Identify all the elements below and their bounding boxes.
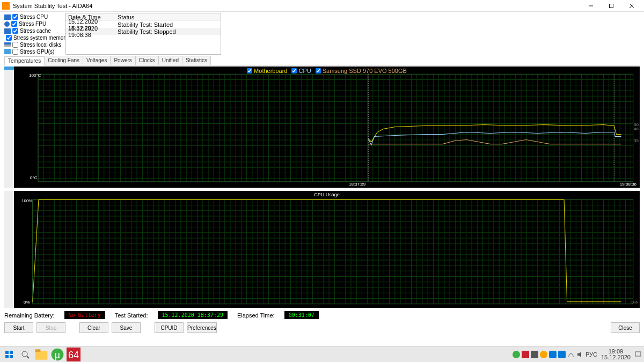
stress-item: Stress system memory bbox=[4, 34, 62, 41]
temp-xstart: 18:37:29 bbox=[349, 182, 365, 187]
stress-checkbox[interactable] bbox=[12, 42, 18, 48]
elapsed-value: 00:31:07 bbox=[284, 311, 319, 319]
stress-label: Stress system memory bbox=[13, 35, 68, 41]
temp-r46: 46 bbox=[634, 127, 639, 131]
tray-language[interactable]: РУС bbox=[586, 351, 597, 358]
cpu-graph-sidebar bbox=[4, 191, 14, 308]
svg-rect-133 bbox=[38, 74, 633, 181]
maximize-button[interactable] bbox=[601, 1, 621, 11]
stress-item: Stress FPU bbox=[4, 21, 62, 27]
tab-voltages[interactable]: Voltages bbox=[83, 56, 111, 65]
cpu-usage-graph[interactable]: CPU Usage 100% 0% 0% bbox=[14, 191, 640, 308]
stress-item: Stress local disks bbox=[4, 41, 62, 48]
legend-motherboard: Motherboard bbox=[254, 68, 287, 74]
taskbar-aida64-icon[interactable]: 64 bbox=[67, 348, 80, 361]
temp-ymin: 0°C bbox=[30, 175, 37, 180]
tab-powers[interactable]: Powers bbox=[110, 56, 135, 65]
tray-icon[interactable] bbox=[522, 351, 529, 358]
close-button[interactable] bbox=[621, 1, 642, 11]
close-app-button[interactable]: Close bbox=[611, 322, 640, 333]
stress-checkbox[interactable] bbox=[12, 28, 18, 34]
stress-label: Stress FPU bbox=[19, 21, 46, 27]
tray-network-icon[interactable] bbox=[567, 351, 575, 358]
tray-icon[interactable] bbox=[513, 351, 520, 358]
elapsed-label: Elapsed Time: bbox=[237, 312, 275, 319]
cpu-graph-title: CPU Usage bbox=[14, 192, 640, 197]
stress-checkbox[interactable] bbox=[6, 35, 12, 41]
taskbar-clock[interactable]: 19:09 15.12.2020 bbox=[599, 349, 633, 360]
svg-text:64: 64 bbox=[68, 349, 79, 360]
tab-statistics[interactable]: Statistics bbox=[182, 56, 211, 65]
temp-r35: 35 bbox=[634, 138, 639, 143]
stress-item: Stress GPU(s) bbox=[4, 48, 62, 55]
svg-rect-273 bbox=[35, 349, 41, 352]
cpu-ymax: 100% bbox=[21, 198, 32, 203]
stress-label: Stress GPU(s) bbox=[20, 49, 54, 55]
temperature-graph[interactable]: Motherboard CPU Samsung SSD 970 EVO 500G… bbox=[14, 67, 640, 188]
graph-tabs: TemperaturesCooling FansVoltagesPowersCl… bbox=[4, 56, 640, 65]
tray-bluetooth-icon[interactable] bbox=[558, 351, 566, 358]
taskbar[interactable]: µ 64 РУС 19:09 15.12.2020 bbox=[0, 346, 644, 362]
legend-cpu: CPU bbox=[298, 68, 311, 74]
temp-xend: 19:08:36 bbox=[620, 182, 636, 187]
save-button[interactable]: Save bbox=[112, 322, 141, 333]
start-menu-icon[interactable] bbox=[2, 348, 16, 361]
log-col-status: Status bbox=[115, 14, 134, 20]
tray-notifications-icon[interactable] bbox=[634, 351, 642, 358]
started-label: Test Started: bbox=[115, 312, 148, 319]
cpu-ymin: 0% bbox=[24, 300, 30, 305]
legend-ssd-checkbox[interactable] bbox=[316, 68, 321, 73]
temp-ymax: 100°C bbox=[29, 73, 41, 78]
system-tray[interactable]: РУС 19:09 15.12.2020 bbox=[513, 349, 642, 360]
cpu-ico bbox=[4, 14, 11, 20]
titlebar: System Stability Test - AIDA64 bbox=[0, 0, 644, 12]
content: Stress CPU Stress FPU Stress cache Stres… bbox=[0, 12, 644, 346]
clock-date: 15.12.2020 bbox=[601, 354, 631, 360]
log-cell-time: 15.12.2020 19:08:38 bbox=[66, 25, 115, 38]
log-cell-status: Stability Test: Stopped bbox=[115, 28, 176, 35]
window-title: System Stability Test - AIDA64 bbox=[13, 3, 581, 9]
svg-point-270 bbox=[22, 351, 27, 357]
tray-volume-icon[interactable] bbox=[576, 351, 584, 358]
taskbar-explorer-icon[interactable] bbox=[34, 348, 48, 361]
log-cell-status: Stability Test: Started bbox=[115, 21, 173, 28]
stress-options: Stress CPU Stress FPU Stress cache Stres… bbox=[4, 13, 62, 55]
legend-cpu-checkbox[interactable] bbox=[291, 68, 297, 73]
tray-icon[interactable] bbox=[531, 351, 538, 358]
svg-rect-268 bbox=[5, 355, 9, 358]
temperature-legend: Motherboard CPU Samsung SSD 970 EVO 500G… bbox=[14, 68, 640, 74]
clock-time: 19:09 bbox=[609, 349, 624, 354]
taskbar-utorrent-icon[interactable]: µ bbox=[50, 348, 64, 361]
svg-line-271 bbox=[27, 356, 29, 358]
minimize-button[interactable] bbox=[581, 1, 601, 11]
stress-checkbox[interactable] bbox=[12, 49, 18, 55]
stress-checkbox[interactable] bbox=[11, 21, 17, 27]
battery-label: Remaining Battery: bbox=[4, 312, 55, 319]
cpuid-button[interactable]: CPUID bbox=[155, 322, 184, 333]
stop-button[interactable]: Stop bbox=[36, 322, 65, 333]
start-button[interactable]: Start bbox=[4, 322, 33, 333]
preferences-button[interactable]: Preferences bbox=[187, 322, 217, 333]
svg-rect-278 bbox=[635, 352, 641, 356]
tray-icon[interactable] bbox=[540, 351, 547, 358]
tab-unified[interactable]: Unified bbox=[158, 56, 182, 65]
legend-motherboard-checkbox[interactable] bbox=[247, 68, 252, 73]
clear-button[interactable]: Clear bbox=[79, 322, 108, 333]
stress-checkbox[interactable] bbox=[12, 14, 18, 20]
started-value: 15.12.2020 18:37:29 bbox=[158, 311, 228, 319]
stress-item: Stress CPU bbox=[4, 14, 62, 20]
svg-text:µ: µ bbox=[55, 349, 60, 360]
tab-temperatures[interactable]: Temperatures bbox=[4, 56, 45, 65]
tab-clocks[interactable]: Clocks bbox=[135, 56, 159, 65]
app-icon bbox=[2, 2, 10, 10]
cpu-graph-wrap: CPU Usage 100% 0% 0% bbox=[4, 191, 640, 308]
stress-label: Stress cache bbox=[20, 28, 51, 34]
button-row: Start Stop Clear Save CPUID Preferences … bbox=[4, 322, 640, 335]
tab-cooling-fans[interactable]: Cooling Fans bbox=[44, 56, 83, 65]
temperature-graph-wrap: Motherboard CPU Samsung SSD 970 EVO 500G… bbox=[4, 67, 640, 188]
battery-value: No battery bbox=[64, 311, 105, 319]
log-row[interactable]: 15.12.2020 19:08:38Stability Test: Stopp… bbox=[66, 28, 221, 35]
tray-onedrive-icon[interactable] bbox=[549, 351, 557, 358]
search-icon[interactable] bbox=[18, 348, 32, 361]
legend-ssd: Samsung SSD 970 EVO 500GB bbox=[323, 68, 407, 74]
